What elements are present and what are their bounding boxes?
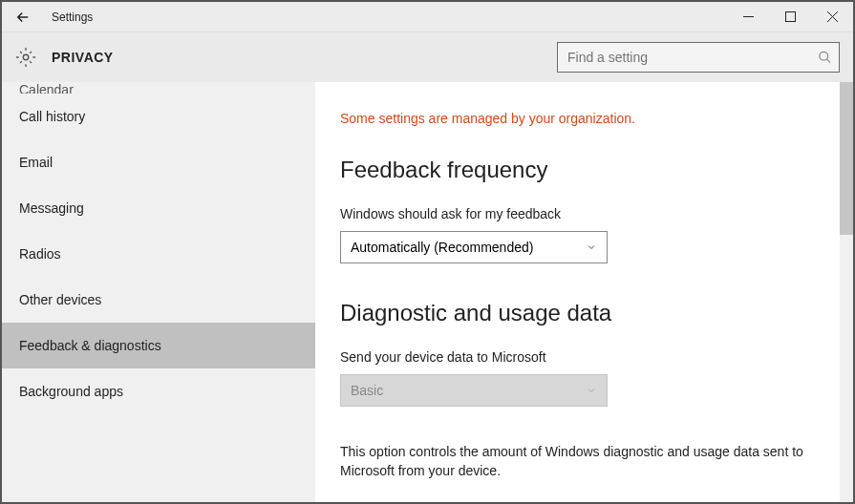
header: PRIVACY — [2, 32, 853, 82]
window-controls — [727, 2, 853, 32]
svg-point-2 — [23, 54, 29, 60]
app-title: Settings — [52, 10, 93, 24]
search-icon — [818, 51, 832, 65]
feedback-label: Windows should ask for my feedback — [340, 206, 828, 221]
close-button[interactable] — [811, 2, 853, 32]
diagnostic-description: This option controls the amount of Windo… — [340, 443, 808, 480]
content: Some settings are managed by your organi… — [315, 82, 853, 502]
gear-icon — [15, 47, 36, 68]
sidebar-item-call-history[interactable]: Call history — [2, 94, 315, 139]
minimize-icon — [743, 11, 754, 22]
titlebar: Settings — [2, 2, 853, 32]
sidebar-item-calendar[interactable]: Calendar — [2, 82, 315, 94]
search-wrap — [557, 42, 840, 73]
maximize-icon — [785, 11, 796, 22]
sidebar: Calendar Call history Email Messaging Ra… — [2, 82, 315, 502]
svg-rect-1 — [785, 12, 795, 22]
diagnostic-data-value: Basic — [351, 383, 383, 398]
diagnostic-data-select: Basic — [340, 374, 608, 407]
feedback-frequency-select[interactable]: Automatically (Recommended) — [340, 231, 608, 263]
sidebar-item-messaging[interactable]: Messaging — [2, 185, 315, 231]
sidebar-item-background-apps[interactable]: Background apps — [2, 368, 315, 414]
feedback-frequency-value: Automatically (Recommended) — [351, 240, 533, 255]
minimize-button[interactable] — [727, 2, 769, 32]
body: Calendar Call history Email Messaging Ra… — [2, 82, 853, 502]
sidebar-item-email[interactable]: Email — [2, 139, 315, 185]
titlebar-left: Settings — [2, 6, 93, 29]
close-icon — [827, 11, 838, 22]
maximize-button[interactable] — [769, 2, 811, 32]
back-button[interactable] — [11, 6, 34, 29]
scrollbar-track[interactable] — [840, 82, 853, 502]
diagnostic-label: Send your device data to Microsoft — [340, 349, 828, 365]
sidebar-item-radios[interactable]: Radios — [2, 231, 315, 277]
svg-point-3 — [820, 52, 828, 60]
section-title-diagnostic: Diagnostic and usage data — [340, 300, 828, 326]
section-title-feedback: Feedback frequency — [340, 157, 828, 183]
org-notice: Some settings are managed by your organi… — [340, 111, 828, 126]
search-input[interactable] — [557, 42, 840, 73]
category-title: PRIVACY — [52, 50, 114, 65]
sidebar-item-feedback-diagnostics[interactable]: Feedback & diagnostics — [2, 323, 315, 368]
scrollbar-thumb[interactable] — [840, 82, 853, 235]
sidebar-item-other-devices[interactable]: Other devices — [2, 277, 315, 323]
svg-rect-0 — [743, 16, 754, 17]
header-left: PRIVACY — [15, 47, 114, 68]
content-inner: Some settings are managed by your organi… — [340, 111, 828, 480]
chevron-down-icon — [586, 242, 597, 253]
chevron-down-icon — [586, 385, 597, 396]
back-arrow-icon — [14, 9, 32, 26]
